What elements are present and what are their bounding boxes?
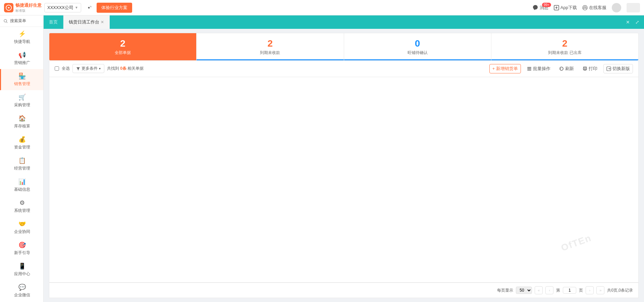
print-label: 打印 bbox=[589, 66, 597, 72]
filter-button[interactable]: 更多条件 ▾ bbox=[72, 64, 104, 73]
trial-button[interactable]: 体验行业方案 bbox=[97, 3, 132, 13]
stats-row: 2 全部单据 2 到期未收款 0 旺铺待确认 2 到期未收款 已出库 bbox=[49, 33, 639, 61]
marketing-label: 营销推广 bbox=[14, 60, 30, 66]
close-tab-button[interactable]: ✕ bbox=[624, 18, 632, 26]
inventory-label: 库存核算 bbox=[14, 123, 30, 129]
refresh-button[interactable]: 刷新 bbox=[556, 64, 577, 73]
sidebar-item-sales[interactable]: 🏪 销售管理 bbox=[0, 69, 43, 90]
stat-shipped[interactable]: 2 到期未收款 已出库 bbox=[491, 33, 638, 60]
sidebar-item-inventory[interactable]: 🏠 库存核算 bbox=[0, 111, 43, 132]
switch-icon bbox=[606, 66, 611, 71]
sidebar-item-marketing[interactable]: 📢 营销推广 bbox=[0, 48, 43, 69]
stat-pending[interactable]: 0 旺铺待确认 bbox=[344, 33, 491, 60]
sidebar-item-system[interactable]: ⚙ 系统管理 bbox=[0, 196, 43, 217]
tab-bar: 首页 钱货日清工作台 ✕ ✕ ⤢ bbox=[44, 15, 644, 29]
tab-actions: ✕ ⤢ bbox=[624, 18, 644, 26]
company-selector[interactable]: XXXXXX公司 ▼ bbox=[44, 3, 81, 12]
sidebar-item-quick-nav[interactable]: ⚡ 快捷导航 bbox=[0, 27, 43, 48]
sidebar-item-wechat[interactable]: 💬 企业微信 bbox=[0, 280, 43, 301]
sidebar-item-management[interactable]: 📋 经营管理 bbox=[0, 154, 43, 175]
stat-pending-num: 0 bbox=[351, 38, 484, 49]
select-all-checkbox[interactable] bbox=[55, 66, 59, 71]
sales-icon: 🏪 bbox=[18, 72, 26, 80]
page-input[interactable] bbox=[563, 287, 576, 294]
avatar[interactable] bbox=[612, 3, 621, 12]
stat-overdue[interactable]: 2 到期未收款 bbox=[197, 33, 344, 60]
tab-home[interactable]: 首页 bbox=[44, 15, 63, 29]
stat-all[interactable]: 2 全部单据 bbox=[49, 33, 197, 60]
sidebar-item-purchase[interactable]: 🛒 采购管理 bbox=[0, 90, 43, 111]
switch-label: 切换新版 bbox=[612, 66, 630, 72]
system-icon: ⚙ bbox=[19, 199, 25, 206]
management-icon: 📋 bbox=[18, 157, 26, 164]
found-suffix: 相关单据 bbox=[127, 66, 144, 71]
first-page-button[interactable]: « bbox=[535, 286, 543, 294]
next-page-button[interactable]: › bbox=[586, 286, 594, 294]
app-download-button[interactable]: App下载 bbox=[554, 5, 577, 11]
content-area: 首页 钱货日清工作台 ✕ ✕ ⤢ 2 全部单据 2 到期未收款 bbox=[44, 15, 644, 302]
close-tab-icon[interactable]: ✕ bbox=[101, 20, 104, 24]
basic-info-label: 基础信息 bbox=[14, 187, 30, 192]
found-count: 0条 bbox=[120, 66, 126, 71]
company-name: XXXXXX公司 bbox=[47, 5, 73, 11]
sidebar-item-basic-info[interactable]: 📊 基础信息 bbox=[0, 175, 43, 196]
select-all-label[interactable]: 全选 bbox=[62, 66, 70, 71]
prev-page-button[interactable]: ‹ bbox=[545, 286, 553, 294]
main-layout: 搜索菜单 ⚡ 快捷导航 📢 营销推广 🏪 销售管理 🛒 采购管理 🏠 库存核算 … bbox=[0, 15, 644, 302]
switch-version-button[interactable]: 切换新版 bbox=[603, 64, 633, 73]
online-service-label: 在线客服 bbox=[589, 5, 606, 11]
guide-label: 新手引导 bbox=[14, 250, 30, 256]
toolbar: 全选 更多条件 ▾ 共找到 0条 相关单据 + 新增销货单 bbox=[49, 61, 639, 77]
user-menu[interactable] bbox=[627, 3, 640, 12]
svg-rect-6 bbox=[527, 67, 531, 68]
found-prefix: 共找到 bbox=[107, 66, 119, 71]
guide-icon: 🎯 bbox=[18, 241, 26, 249]
header-left: 畅捷通好生意 标准版 XXXXXX公司 ▼ 体验行业方案 bbox=[4, 2, 132, 13]
sidebar-search[interactable]: 搜索菜单 bbox=[0, 15, 43, 27]
svg-rect-3 bbox=[584, 7, 585, 9]
stat-pending-label: 旺铺待确认 bbox=[351, 50, 484, 56]
page-label: 第 bbox=[556, 288, 560, 293]
filter-icon bbox=[76, 67, 80, 71]
sidebar-item-guide[interactable]: 🎯 新手引导 bbox=[0, 238, 43, 259]
logo-title: 畅捷通好生意 bbox=[15, 2, 42, 8]
stat-all-label: 全部单据 bbox=[56, 50, 190, 56]
print-icon bbox=[583, 66, 587, 71]
tab-workbench[interactable]: 钱货日清工作台 ✕ bbox=[63, 15, 110, 29]
tab-workbench-label: 钱货日清工作台 bbox=[69, 19, 99, 25]
top-header: 畅捷通好生意 标准版 XXXXXX公司 ▼ 体验行业方案 消息 99+ App下… bbox=[0, 0, 644, 15]
online-service-button[interactable]: 在线客服 bbox=[582, 5, 606, 11]
stat-overdue-num: 2 bbox=[203, 38, 337, 49]
per-page-select[interactable]: 50 bbox=[516, 287, 532, 294]
svg-point-2 bbox=[583, 5, 587, 10]
refresh-icon bbox=[559, 66, 564, 71]
message-button[interactable]: 消息 99+ bbox=[532, 5, 548, 11]
batch-icon bbox=[527, 66, 532, 71]
sidebar-item-app-center[interactable]: 📱 应用中心 bbox=[0, 259, 43, 280]
sidebar-item-finance[interactable]: 💰 资金管理 bbox=[0, 132, 43, 154]
add-sale-button[interactable]: + 新增销货单 bbox=[489, 64, 521, 73]
app-download-label: App下载 bbox=[560, 5, 577, 11]
found-text: 共找到 0条 相关单据 bbox=[107, 66, 144, 71]
settings-button[interactable] bbox=[84, 3, 94, 13]
basic-info-icon: 📊 bbox=[18, 178, 26, 185]
last-page-button[interactable]: » bbox=[596, 286, 604, 294]
enterprise-icon: 🤝 bbox=[18, 220, 26, 228]
batch-button[interactable]: 批量操作 bbox=[524, 64, 553, 73]
sidebar: 搜索菜单 ⚡ 快捷导航 📢 营销推广 🏪 销售管理 🛒 采购管理 🏠 库存核算 … bbox=[0, 15, 44, 302]
logo-icon bbox=[4, 3, 13, 12]
app-center-icon: 📱 bbox=[18, 262, 26, 270]
header-right: 消息 99+ App下载 在线客服 bbox=[532, 3, 640, 12]
logo-text-area: 畅捷通好生意 标准版 bbox=[15, 2, 42, 13]
expand-tab-button[interactable]: ⤢ bbox=[633, 18, 641, 26]
purchase-icon: 🛒 bbox=[18, 94, 26, 101]
refresh-label: 刷新 bbox=[565, 66, 574, 72]
marketing-icon: 📢 bbox=[18, 51, 26, 59]
svg-rect-7 bbox=[527, 68, 531, 69]
sidebar-item-enterprise[interactable]: 🤝 企业协同 bbox=[0, 217, 43, 238]
stat-all-num: 2 bbox=[56, 38, 190, 49]
print-button[interactable]: 打印 bbox=[580, 64, 600, 73]
sales-label: 销售管理 bbox=[14, 81, 30, 87]
svg-rect-4 bbox=[586, 7, 587, 9]
logo-area: 畅捷通好生意 标准版 bbox=[4, 2, 42, 13]
